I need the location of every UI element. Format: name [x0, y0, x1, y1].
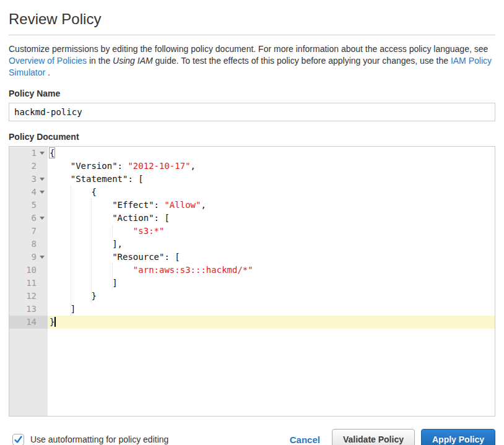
intro-text-3: guide. To test the effects of this polic…	[153, 56, 451, 66]
footer-bar: Use autoformatting for policy editing Ca…	[9, 417, 495, 445]
intro-text-2: in the	[87, 56, 113, 66]
gutter-line-13: 13	[9, 303, 48, 316]
code-line-7[interactable]: "s3:*"	[48, 225, 495, 238]
code-line-1[interactable]: {	[48, 147, 495, 160]
code-line-11[interactable]: ]	[48, 277, 495, 290]
checkmark-icon	[14, 435, 23, 444]
gutter-line-9: 9	[9, 251, 48, 264]
validate-policy-button[interactable]: Validate Policy	[332, 429, 415, 445]
gutter-line-14: 14	[9, 316, 48, 329]
cancel-link[interactable]: Cancel	[290, 434, 320, 445]
code-line-5[interactable]: "Effect": "Allow",	[48, 199, 495, 212]
code-line-2[interactable]: "Version": "2012-10-17",	[48, 160, 495, 173]
editor-gutter: 1234567891011121314	[9, 147, 48, 416]
gutter-line-1: 1	[9, 147, 48, 160]
intro-text-4: .	[45, 67, 50, 77]
code-line-10[interactable]: "arn:aws:s3:::hackmd/*"	[48, 264, 495, 277]
policy-document-editor[interactable]: 1234567891011121314 { "Version": "2012-1…	[9, 146, 495, 417]
gutter-line-2: 2	[9, 160, 48, 173]
gutter-line-3: 3	[9, 173, 48, 186]
gutter-line-10: 10	[9, 264, 48, 277]
apply-policy-button[interactable]: Apply Policy	[421, 429, 495, 445]
code-line-13[interactable]: ]	[48, 303, 495, 316]
overview-of-policies-link[interactable]: Overview of Policies	[9, 56, 87, 66]
review-policy-page: Review Policy Customize permissions by e…	[0, 0, 504, 445]
gutter-line-4: 4	[9, 186, 48, 199]
code-line-12[interactable]: }	[48, 290, 495, 303]
code-line-6[interactable]: "Action": [	[48, 212, 495, 225]
text-cursor	[54, 317, 56, 327]
gutter-line-11: 11	[9, 277, 48, 290]
autoformat-checkbox[interactable]	[12, 434, 24, 445]
code-line-8[interactable]: ],	[48, 238, 495, 251]
editor-content[interactable]: { "Version": "2012-10-17", "Statement": …	[48, 147, 495, 416]
code-line-9[interactable]: "Resource": [	[48, 251, 495, 264]
gutter-line-8: 8	[9, 238, 48, 251]
header-divider	[9, 35, 495, 35]
fold-arrow-icon[interactable]	[40, 256, 45, 259]
fold-arrow-icon[interactable]	[40, 191, 45, 194]
code-line-4[interactable]: {	[48, 186, 495, 199]
policy-document-label: Policy Document	[9, 132, 495, 142]
gutter-line-6: 6	[9, 212, 48, 225]
fold-arrow-icon[interactable]	[40, 152, 45, 155]
intro-text: Customize permissions by editing the fol…	[9, 43, 495, 79]
policy-name-label: Policy Name	[9, 89, 495, 98]
autoformat-label: Use autoformatting for policy editing	[30, 434, 168, 444]
fold-arrow-icon[interactable]	[40, 217, 45, 220]
gutter-line-12: 12	[9, 290, 48, 303]
gutter-line-7: 7	[9, 225, 48, 238]
code-line-3[interactable]: "Statement": [	[48, 173, 495, 186]
code-line-14[interactable]: }	[48, 316, 495, 329]
page-title: Review Policy	[9, 10, 495, 28]
gutter-line-5: 5	[9, 199, 48, 212]
policy-name-input[interactable]	[9, 103, 495, 121]
fold-arrow-icon[interactable]	[40, 178, 45, 181]
using-iam-guide-name: Using IAM	[113, 56, 153, 66]
intro-text-1: Customize permissions by editing the fol…	[9, 44, 488, 54]
